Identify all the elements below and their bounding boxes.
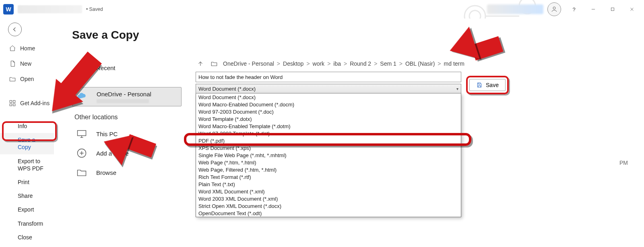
sidebar-item-close[interactable]: Close bbox=[0, 230, 54, 244]
page-title: Save a Copy bbox=[72, 29, 644, 42]
save-disk-icon bbox=[476, 82, 483, 88]
add-place-icon bbox=[74, 146, 89, 160]
breadcrumb-separator: > bbox=[306, 60, 310, 67]
sidebar-item-open[interactable]: Open bbox=[0, 72, 54, 86]
help-button[interactable]: ? bbox=[565, 3, 583, 15]
format-option[interactable]: Strict Open XML Document (*.docx) bbox=[196, 202, 461, 210]
location-label: Browse bbox=[96, 169, 116, 176]
format-option[interactable]: Word Template (*.dotx) bbox=[196, 115, 461, 122]
locations-column: Recent OneDrive - Personal Other locatio… bbox=[72, 58, 182, 182]
svg-rect-4 bbox=[611, 8, 614, 11]
svg-rect-10 bbox=[78, 131, 86, 136]
format-option[interactable]: Word 97-2003 Document (*.doc) bbox=[196, 108, 461, 115]
autosave-status: • Saved bbox=[86, 6, 103, 12]
truncated-timestamp: PM bbox=[619, 160, 628, 166]
sidebar-label: Open bbox=[20, 76, 34, 82]
format-selected-label: Word Document (*.docx) bbox=[198, 86, 256, 92]
sidebar-item-new[interactable]: New bbox=[0, 56, 54, 71]
format-option[interactable]: Word 2003 XML Document (*.xml) bbox=[196, 195, 461, 202]
locations-other-title: Other locations bbox=[74, 114, 182, 121]
help-icon: ? bbox=[572, 6, 575, 12]
breadcrumb-segment[interactable]: md term bbox=[444, 60, 464, 67]
breadcrumb-segment[interactable]: Round 2 bbox=[350, 60, 371, 67]
sidebar-item-share[interactable]: Share bbox=[0, 189, 54, 203]
filename-input[interactable] bbox=[196, 72, 461, 82]
home-icon bbox=[9, 45, 16, 52]
location-label: This PC bbox=[96, 131, 118, 137]
breadcrumb-segment[interactable]: work bbox=[313, 60, 325, 67]
format-option[interactable]: Word Document (*.docx) bbox=[196, 93, 461, 101]
location-add-place[interactable]: Add a Place bbox=[72, 143, 182, 163]
sidebar-item-save-a-copy[interactable]: Save a Copy bbox=[0, 133, 54, 154]
breadcrumb-segment[interactable]: iba bbox=[333, 60, 341, 67]
format-option[interactable]: OpenDocument Text (*.odt) bbox=[196, 210, 461, 217]
sidebar-item-export[interactable]: Export bbox=[0, 203, 54, 216]
breadcrumb-separator: > bbox=[374, 60, 377, 67]
format-option[interactable]: Plain Text (*.txt) bbox=[196, 181, 461, 188]
up-one-level-button[interactable] bbox=[196, 59, 205, 68]
format-option[interactable]: Word XML Document (*.xml) bbox=[196, 188, 461, 195]
format-option[interactable]: Word Macro-Enabled Template (*.dotm) bbox=[196, 122, 461, 130]
close-window-button[interactable] bbox=[623, 3, 641, 15]
svg-point-1 bbox=[469, 10, 481, 19]
format-option[interactable]: Single File Web Page (*.mht, *.mhtml) bbox=[196, 152, 461, 159]
breadcrumb-segment[interactable]: Sem 1 bbox=[380, 60, 396, 67]
maximize-button[interactable] bbox=[604, 3, 621, 15]
breadcrumb-segment[interactable]: Desktop bbox=[283, 60, 303, 67]
chevron-down-icon: ▾ bbox=[456, 87, 458, 91]
word-app-icon: W bbox=[3, 4, 14, 15]
sidebar-item-transform[interactable]: Transform bbox=[0, 217, 54, 230]
folder-icon bbox=[209, 59, 219, 68]
format-dropdown: Word Document (*.docx)Word Macro-Enabled… bbox=[196, 93, 461, 217]
breadcrumb-separator: > bbox=[438, 60, 441, 67]
svg-point-0 bbox=[464, 6, 485, 19]
backstage-main: Save a Copy Recent OneDrive - Personal O… bbox=[54, 19, 644, 247]
location-this-pc[interactable]: This PC bbox=[72, 124, 182, 143]
format-option[interactable]: Web Page (*.htm, *.html) bbox=[196, 159, 461, 166]
location-label: OneDrive - Personal bbox=[97, 91, 151, 98]
format-option[interactable]: XPS Document (*.xps) bbox=[196, 144, 461, 152]
location-account-blurred bbox=[97, 99, 149, 103]
format-option[interactable]: Web Page, Filtered (*.htm, *.html) bbox=[196, 166, 461, 173]
location-recent[interactable]: Recent bbox=[72, 58, 182, 77]
location-onedrive[interactable]: OneDrive - Personal bbox=[72, 87, 182, 106]
backstage-sidebar: Home New Open Get Add-ins InfoSave a Cop… bbox=[0, 19, 54, 247]
this-pc-icon bbox=[74, 127, 89, 141]
svg-rect-8 bbox=[13, 104, 15, 106]
sidebar-item-print[interactable]: Print bbox=[0, 175, 54, 189]
svg-point-3 bbox=[553, 7, 555, 9]
format-select[interactable]: Word Document (*.docx) ▾ bbox=[196, 84, 461, 93]
format-option[interactable]: PDF (*.pdf) bbox=[196, 137, 461, 144]
document-title-blurred bbox=[18, 5, 82, 13]
breadcrumb[interactable]: OneDrive - Personal>Desktop>work>iba>Rou… bbox=[223, 60, 464, 67]
minimize-button[interactable] bbox=[584, 3, 602, 15]
sidebar-item-info[interactable]: Info bbox=[0, 119, 54, 133]
breadcrumb-separator: > bbox=[344, 60, 347, 67]
sidebar-label: New bbox=[20, 60, 31, 67]
breadcrumb-separator: > bbox=[327, 60, 330, 67]
format-option[interactable]: Rich Text Format (*.rtf) bbox=[196, 173, 461, 181]
breadcrumb-separator: > bbox=[399, 60, 402, 67]
format-option[interactable]: Word 97-2003 Template (*.dot) bbox=[196, 130, 461, 137]
svg-rect-6 bbox=[13, 100, 15, 102]
breadcrumb-segment[interactable]: OBL (Nasir) bbox=[405, 60, 435, 67]
svg-rect-7 bbox=[10, 104, 12, 106]
breadcrumb-separator: > bbox=[277, 60, 280, 67]
onedrive-icon bbox=[75, 89, 89, 104]
sidebar-label: Get Add-ins bbox=[20, 100, 50, 106]
location-label: Add a Place bbox=[96, 150, 129, 157]
format-option[interactable]: Word Macro-Enabled Document (*.docm) bbox=[196, 101, 461, 108]
sidebar-item-addins[interactable]: Get Add-ins bbox=[0, 96, 54, 110]
addins-icon bbox=[9, 100, 16, 107]
recent-icon bbox=[74, 60, 89, 75]
save-button-label: Save bbox=[486, 82, 499, 88]
sidebar-item-export-to-wps-pdf[interactable]: Export to WPS PDF bbox=[0, 154, 54, 175]
user-avatar-icon[interactable] bbox=[547, 2, 561, 16]
new-file-icon bbox=[9, 60, 16, 67]
browse-folder-icon bbox=[74, 165, 89, 180]
save-button[interactable]: Save bbox=[469, 79, 506, 91]
location-browse[interactable]: Browse bbox=[72, 163, 182, 182]
sidebar-item-home[interactable]: Home bbox=[0, 41, 54, 56]
breadcrumb-segment[interactable]: OneDrive - Personal bbox=[223, 60, 274, 67]
back-button[interactable] bbox=[8, 23, 22, 36]
